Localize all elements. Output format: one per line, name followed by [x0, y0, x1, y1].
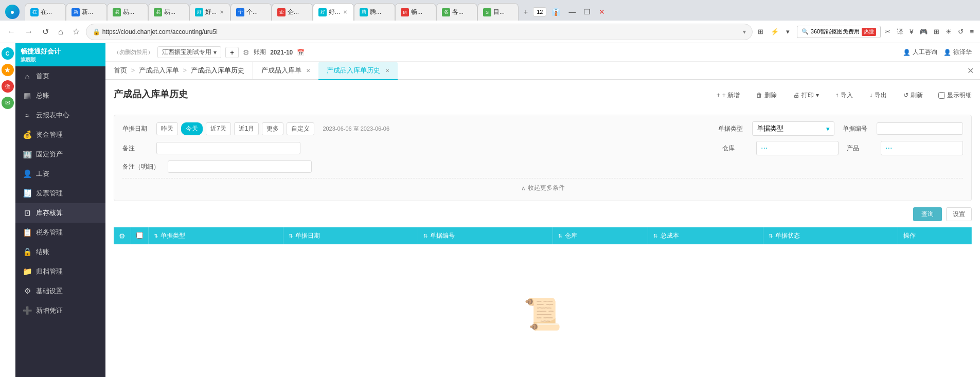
select-all-checkbox[interactable]: [136, 232, 143, 239]
sidebar-item-new-voucher[interactable]: ➕ 新增凭证: [15, 301, 105, 320]
setting-button[interactable]: 设置: [946, 207, 972, 221]
display-icon[interactable]: ☀: [943, 26, 954, 38]
game-icon[interactable]: 🎮: [917, 26, 930, 38]
sidebar-item-payroll[interactable]: 👤 工资: [15, 164, 105, 184]
sidebar-item-ledger[interactable]: ▦ 总账: [15, 86, 105, 105]
th-total-cost[interactable]: ⇅ 总成本: [648, 227, 763, 244]
browser-tab-4[interactable]: 易 易...: [148, 3, 189, 21]
th-warehouse[interactable]: ⇅ 仓库: [553, 227, 648, 244]
date-today-btn[interactable]: 今天: [181, 122, 203, 135]
collapse-button[interactable]: ∧ 收起更多条件: [519, 182, 567, 194]
browser-tab-8[interactable]: 好 好... ✕: [313, 3, 354, 21]
page-tab-history-close[interactable]: ✕: [385, 68, 389, 74]
date-yesterday-btn[interactable]: 昨天: [156, 122, 178, 135]
breadcrumb-list[interactable]: 产成品入库单: [139, 66, 179, 74]
bookmark-dropdown-icon[interactable]: ▾: [784, 26, 792, 38]
browser-tab-12[interactable]: S 目...: [477, 3, 519, 21]
tab-count-badge[interactable]: 12: [533, 7, 546, 16]
company-dropdown[interactable]: 江西振宝测试专用 ▾: [157, 46, 221, 58]
sidebar-item-cloud-report[interactable]: ≈ 云报表中心: [15, 105, 105, 125]
user-area[interactable]: 👤 徐泽华: [943, 48, 972, 57]
th-doc-no[interactable]: ⇅ 单据编号: [418, 227, 553, 244]
forward-button[interactable]: →: [22, 25, 36, 39]
close-window-button[interactable]: ✕: [596, 6, 608, 18]
table-gear-icon[interactable]: ⚙: [119, 232, 126, 240]
refresh-button[interactable]: ↺ 刷新: [898, 89, 928, 102]
minimize-button[interactable]: —: [565, 6, 579, 18]
browser-logo[interactable]: ●: [5, 5, 20, 19]
browser-tab-7[interactable]: 企 企...: [272, 3, 313, 21]
browser-tab-10[interactable]: M 畅...: [395, 3, 436, 21]
doc-no-input[interactable]: [877, 122, 963, 135]
browser-tab-5[interactable]: 好 好... ✕: [189, 3, 230, 21]
warehouse-select[interactable]: ···: [756, 141, 839, 155]
bookmark-button[interactable]: ☆: [69, 25, 83, 39]
add-company-button[interactable]: +: [225, 47, 239, 58]
restore-button[interactable]: ❐: [581, 6, 594, 18]
new-button[interactable]: + + 新增: [711, 89, 745, 102]
more-icon[interactable]: ≡: [968, 26, 976, 38]
show-columns-checkbox[interactable]: [938, 92, 945, 99]
customize-icon[interactable]: 👔: [548, 6, 563, 18]
close-panel-button[interactable]: ✕: [961, 66, 980, 76]
th-doc-type[interactable]: ⇅ 单据类型: [149, 227, 283, 244]
import-button[interactable]: ↑ 导入: [830, 89, 858, 102]
date-1month-btn[interactable]: 近1月: [234, 122, 259, 135]
sidebar-item-checkout[interactable]: 🔒 结账: [15, 242, 105, 262]
sidebar-item-inventory[interactable]: ⊡ 库存核算: [15, 203, 105, 223]
chanjet-app-icon[interactable]: C: [2, 47, 14, 60]
weibo-app-icon[interactable]: 微: [2, 80, 14, 93]
th-checkbox[interactable]: [131, 227, 149, 244]
th-doc-status[interactable]: ⇅ 单据状态: [763, 227, 898, 244]
delete-button[interactable]: 🗑 删除: [751, 89, 782, 102]
currency-icon[interactable]: ¥: [907, 26, 915, 38]
product-select[interactable]: ···: [881, 141, 963, 155]
page-tab-history[interactable]: 产成品入库单历史 ✕: [318, 62, 398, 80]
flash-icon[interactable]: ⚡: [769, 26, 781, 38]
th-doc-date[interactable]: ⇅ 单据日期: [283, 227, 418, 244]
translate-icon[interactable]: 译: [895, 25, 905, 39]
url-bar[interactable]: 🔒 https://cloud.chanjet.com/accounting/u…: [86, 24, 753, 40]
browser-tab-3[interactable]: 易 易...: [107, 3, 148, 21]
star-app-icon[interactable]: ★: [2, 64, 14, 76]
show-columns-toggle[interactable]: 显示明细: [938, 91, 972, 100]
browser-tab-1[interactable]: 在 在...: [25, 3, 66, 21]
sidebar-item-tax[interactable]: 📋 税务管理: [15, 223, 105, 242]
browser-tab-11[interactable]: 各 各...: [436, 3, 477, 21]
browser-tab-9[interactable]: 腾 腾...: [354, 3, 395, 21]
print-button[interactable]: 🖨 打印 ▾: [788, 89, 824, 102]
layout-icon[interactable]: ⊞: [932, 26, 941, 38]
th-gear[interactable]: ⚙: [114, 227, 131, 244]
service-link[interactable]: 👤 人工咨询: [903, 48, 937, 57]
date-more-btn[interactable]: 更多: [262, 122, 283, 135]
undo-icon[interactable]: ↺: [956, 26, 966, 38]
page-tab-list-close[interactable]: ✕: [306, 68, 310, 74]
calendar-icon[interactable]: 📅: [297, 49, 305, 56]
sidebar-item-settings[interactable]: ⚙ 基础设置: [15, 281, 105, 301]
home-button[interactable]: ⌂: [55, 25, 66, 39]
tab-close-8[interactable]: ✕: [342, 8, 348, 16]
date-custom-btn[interactable]: 自定义: [287, 122, 314, 135]
note-input[interactable]: [156, 142, 300, 154]
sidebar-item-fixed-assets[interactable]: 🏢 固定资产: [15, 145, 105, 164]
360-search-bar[interactable]: 🔍 360智能抠图免费用 热搜: [797, 26, 881, 38]
sidebar-item-archive[interactable]: 📁 归档管理: [15, 262, 105, 281]
doc-type-select[interactable]: 单据类型 ▾: [752, 121, 834, 136]
date-7days-btn[interactable]: 近7天: [206, 122, 231, 135]
back-button[interactable]: ←: [4, 25, 19, 39]
sidebar-item-invoice[interactable]: 🧾 发票管理: [15, 184, 105, 203]
breadcrumb-home[interactable]: 首页: [114, 66, 127, 74]
export-button[interactable]: ↓ 导出: [864, 89, 892, 102]
scissors-icon[interactable]: ✂: [883, 26, 893, 38]
email-app-icon[interactable]: ✉: [2, 97, 14, 109]
new-tab-button[interactable]: +: [521, 6, 531, 18]
browser-tab-6[interactable]: 个 个...: [230, 3, 272, 21]
browser-tab-2[interactable]: 新 新...: [66, 3, 107, 21]
tab-close-5[interactable]: ✕: [219, 8, 225, 16]
grid-icon[interactable]: ⊞: [756, 26, 765, 38]
header-settings-icon[interactable]: ⚙: [243, 48, 250, 57]
search-button[interactable]: 查询: [913, 207, 942, 221]
sidebar-item-fund[interactable]: 💰 资金管理: [15, 125, 105, 145]
note-detail-input[interactable]: [168, 160, 312, 173]
page-tab-list[interactable]: 产成品入库单 ✕: [253, 62, 319, 80]
